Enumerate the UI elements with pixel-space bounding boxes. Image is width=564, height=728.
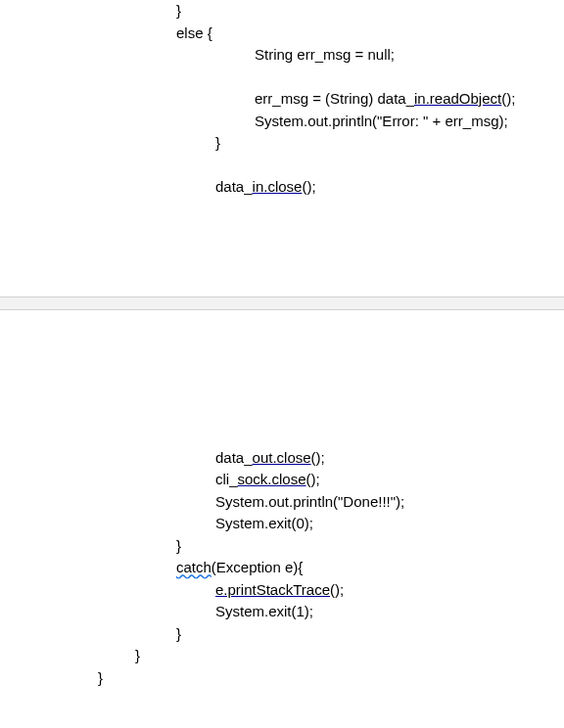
code-text: System.out.println("Error: " + err_msg); [255,113,508,129]
code-text: (Exception e){ [212,559,303,575]
code-text: (); [302,178,315,195]
code-line: String err_msg = null; [0,44,564,67]
code-squiggle: catch [176,559,212,575]
code-line: else { [0,23,564,45]
code-line: System.out.println("Error: " + err_msg); [0,111,564,133]
code-underlined: out.close [253,449,311,466]
code-text: } [176,625,181,642]
code-text: (); [306,471,320,487]
code-document: } else { String err_msg = null; err_msg … [0,0,564,689]
code-line: } [0,535,564,558]
code-text: } [98,669,103,686]
code-text: String err_msg = null; [255,46,395,63]
code-text: } [176,537,181,554]
code-underlined: in.close [253,178,303,195]
code-line: System.out.println("Done!!!"); [0,491,564,514]
code-text: System.exit(0); [215,515,313,531]
code-line: System.exit(0); [0,513,564,535]
code-text: data_ [215,449,253,466]
code-line: data_out.close(); [0,447,564,470]
code-block-upper: } else { String err_msg = null; err_msg … [0,0,564,199]
code-line: e.printStackTrace(); [0,579,564,602]
code-block-lower: data_out.close(); cli_sock.close(); Syst… [0,310,564,690]
code-line: data_in.close(); [0,176,564,199]
code-text: (); [501,90,515,107]
code-line: } [0,667,564,690]
code-line: } [0,132,564,155]
code-underlined: in.readObject [414,90,501,107]
code-text: err_msg = (String) data_ [255,90,414,107]
code-text: (); [330,581,344,598]
page-separator [0,296,564,310]
code-text: } [135,647,140,663]
code-line: err_msg = (String) data_in.readObject(); [0,88,564,111]
code-line [0,67,564,89]
code-text: cli_ [215,471,238,487]
code-text: System.out.println("Done!!!"); [215,493,404,510]
code-line: } [0,623,564,646]
code-text: (); [311,449,325,466]
spacer [0,199,564,296]
code-underlined: e.printStackTrace [215,581,330,598]
code-line [0,155,564,177]
code-text: else { [176,24,212,41]
code-text: System.exit(1); [215,603,313,619]
code-line: } [0,0,564,23]
code-line: } [0,645,564,667]
code-text: } [215,134,220,151]
code-underlined: sock.close [238,471,306,487]
code-line: System.exit(1); [0,601,564,623]
code-text: data_ [215,178,253,195]
code-text: } [176,2,181,19]
code-line: cli_sock.close(); [0,469,564,491]
code-line: catch(Exception e){ [0,557,564,579]
